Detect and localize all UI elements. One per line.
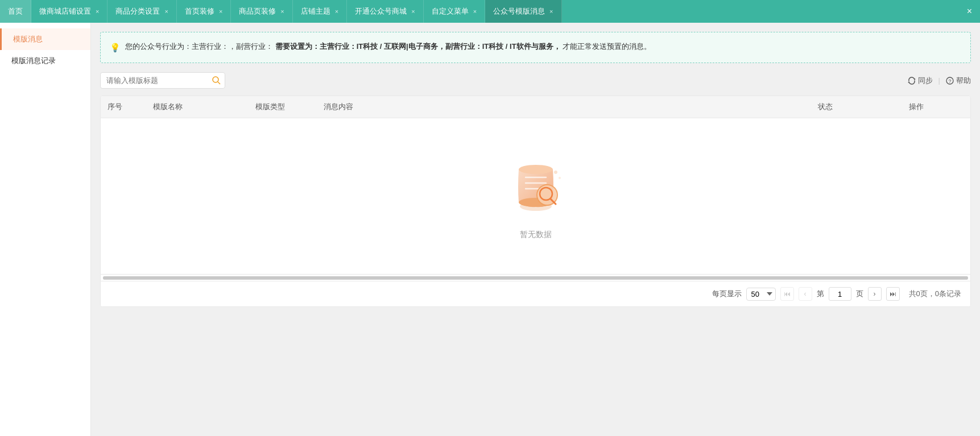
nav-tab-category-label: 商品分类设置 xyxy=(115,6,160,16)
nav-tab-home-decor-close[interactable]: × xyxy=(219,8,222,15)
help-icon: ? xyxy=(946,77,954,85)
nav-tab-template-msg-label: 公众号模版消息 xyxy=(493,6,545,16)
th-type: 模版类型 xyxy=(249,96,317,118)
nav-tab-open-mall[interactable]: 开通公众号商城 × xyxy=(347,0,423,23)
sidebar-item-template-msg[interactable]: 模版消息 xyxy=(0,28,90,50)
nav-tab-wechat-shop-close[interactable]: × xyxy=(96,8,99,15)
help-label: 帮助 xyxy=(956,76,971,86)
svg-point-14 xyxy=(559,177,561,179)
search-button[interactable] xyxy=(212,76,221,85)
th-content: 消息内容 xyxy=(317,96,811,118)
notice-suffix: 才能正常发送预置的消息。 xyxy=(563,42,651,51)
first-page-icon: ⏮ xyxy=(784,290,791,298)
nav-tab-home[interactable]: 首页 xyxy=(0,0,31,23)
nav-tab-product-decor-close[interactable]: × xyxy=(280,8,284,15)
toolbar-divider: | xyxy=(938,76,940,85)
empty-state: 暂无数据 xyxy=(101,118,970,274)
th-name: 模版名称 xyxy=(146,96,249,118)
nav-tab-theme-label: 店铺主题 xyxy=(301,6,330,16)
notice-bulb-icon: 💡 xyxy=(110,41,121,55)
total-text: 共0页，0条记录 xyxy=(909,289,961,299)
nav-tab-theme[interactable]: 店铺主题 × xyxy=(293,0,347,23)
svg-point-5 xyxy=(519,165,553,174)
svg-point-0 xyxy=(213,77,218,82)
sync-icon xyxy=(908,77,916,85)
nav-tab-category[interactable]: 商品分类设置 × xyxy=(107,0,176,23)
svg-point-13 xyxy=(554,171,557,174)
empty-illustration xyxy=(502,152,570,221)
nav-tab-home-decor[interactable]: 首页装修 × xyxy=(177,0,231,23)
scrollbar-thumb[interactable] xyxy=(103,276,968,280)
last-page-icon: ⏭ xyxy=(890,290,896,298)
sidebar-item-template-msg-log-label: 模版消息记录 xyxy=(11,56,56,65)
notice-prefix: 您的公众号行业为：主营行业：，副营行业： xyxy=(125,42,273,51)
content-area: 💡 您的公众号行业为：主营行业：，副营行业： 需要设置为：主营行业：IT科技 /… xyxy=(91,23,980,436)
next-page-button[interactable]: › xyxy=(868,287,882,301)
sync-label: 同步 xyxy=(918,76,933,86)
nav-tab-open-mall-close[interactable]: × xyxy=(411,8,415,15)
th-action: 操作 xyxy=(902,96,970,118)
nav-tab-theme-close[interactable]: × xyxy=(335,8,338,15)
search-input-wrap xyxy=(100,72,225,89)
nav-tab-custom-menu-label: 自定义菜单 xyxy=(432,6,469,16)
next-page-icon: › xyxy=(874,290,876,298)
notice-text: 您的公众号行业为：主营行业：，副营行业： 需要设置为：主营行业：IT科技 / 互… xyxy=(125,40,651,53)
scrollbar-track xyxy=(103,276,968,280)
nav-tab-template-msg[interactable]: 公众号模版消息 × xyxy=(485,0,561,23)
sidebar-item-template-msg-label: 模版消息 xyxy=(13,35,43,43)
nav-tab-product-decor-label: 商品页装修 xyxy=(239,6,276,16)
page-unit: 页 xyxy=(856,289,863,299)
horizontal-scrollbar[interactable] xyxy=(101,274,970,281)
nav-close-all-button[interactable]: × xyxy=(959,0,980,23)
first-page-button[interactable]: ⏮ xyxy=(780,287,794,301)
nav-tab-home-label: 首页 xyxy=(8,6,23,16)
th-status: 状态 xyxy=(811,96,902,118)
nav-tab-open-mall-label: 开通公众号商城 xyxy=(355,6,407,16)
notice-box: 💡 您的公众号行业为：主营行业：，副营行业： 需要设置为：主营行业：IT科技 /… xyxy=(100,32,971,63)
main-layout: 模版消息 模版消息记录 💡 您的公众号行业为：主营行业：，副营行业： 需要设置为… xyxy=(0,23,980,436)
nav-tab-custom-menu-close[interactable]: × xyxy=(473,8,477,15)
page-size-select[interactable]: 50 10 20 100 xyxy=(746,288,776,301)
help-button[interactable]: ? 帮助 xyxy=(946,76,971,86)
page-current-prefix: 第 xyxy=(817,289,824,299)
last-page-button[interactable]: ⏭ xyxy=(886,287,900,301)
nav-tab-home-decor-label: 首页装修 xyxy=(185,6,214,16)
page-size-label: 每页显示 xyxy=(712,289,742,299)
empty-text: 暂无数据 xyxy=(520,230,552,240)
svg-text:?: ? xyxy=(948,78,951,84)
nav-tab-wechat-shop-label: 微商城店铺设置 xyxy=(39,6,91,16)
sidebar-item-template-msg-log[interactable]: 模版消息记录 xyxy=(0,50,90,72)
top-nav: 首页 微商城店铺设置 × 商品分类设置 × 首页装修 × 商品页装修 × 店铺主… xyxy=(0,0,980,23)
search-icon xyxy=(212,76,221,85)
search-left xyxy=(100,72,225,89)
table-header: 序号 模版名称 模版类型 消息内容 状态 操作 xyxy=(101,96,970,118)
svg-line-1 xyxy=(218,82,220,84)
toolbar-right: 同步 | ? 帮助 xyxy=(908,76,971,86)
nav-tab-custom-menu[interactable]: 自定义菜单 × xyxy=(424,0,485,23)
search-input[interactable] xyxy=(100,72,225,89)
page-input[interactable] xyxy=(829,287,851,301)
prev-page-button[interactable]: ‹ xyxy=(799,287,812,301)
nav-tab-product-decor[interactable]: 商品页装修 × xyxy=(231,0,292,23)
nav-tab-category-close[interactable]: × xyxy=(164,8,168,15)
table-wrap: 序号 模版名称 模版类型 消息内容 状态 操作 xyxy=(100,95,971,307)
nav-tab-template-msg-close[interactable]: × xyxy=(549,8,553,15)
sidebar: 模版消息 模版消息记录 xyxy=(0,23,91,436)
th-index: 序号 xyxy=(101,96,146,118)
prev-page-icon: ‹ xyxy=(804,290,807,298)
pagination: 每页显示 50 10 20 100 ⏮ ‹ 第 页 › xyxy=(101,281,970,306)
sync-button[interactable]: 同步 xyxy=(908,76,933,86)
search-bar: 同步 | ? 帮助 xyxy=(100,72,971,89)
notice-highlight: 需要设置为：主营行业：IT科技 / 互联网|电子商务，副营行业：IT科技 / I… xyxy=(275,42,561,51)
nav-tab-wechat-shop[interactable]: 微商城店铺设置 × xyxy=(31,0,107,23)
